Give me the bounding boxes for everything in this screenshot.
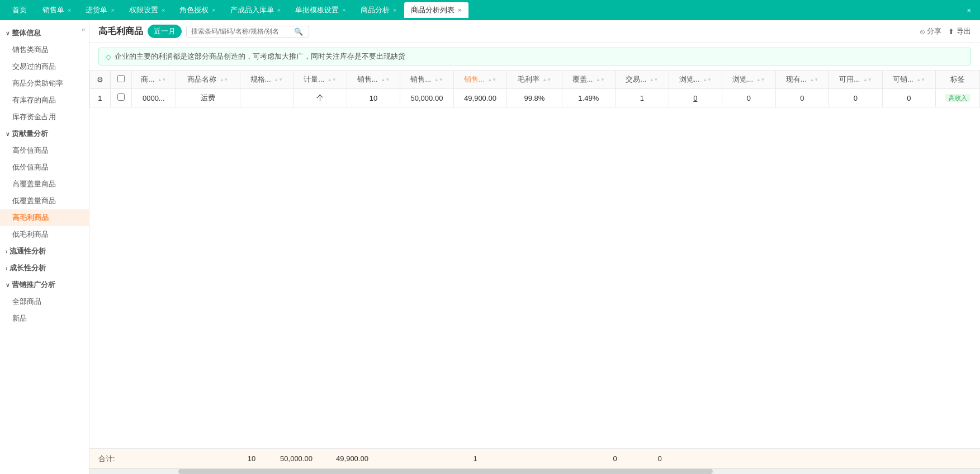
sidebar-collapse-button[interactable]: « [82,25,86,34]
close-icon[interactable]: × [68,7,71,13]
col-transaction[interactable]: 交易... ▲▼ [616,71,669,89]
goods-table: ⚙ 商... ▲▼ 商品名称 ▲▼ [89,70,980,107]
sidebar-item-stock-capital[interactable]: 库存资金占用 [0,109,89,125]
row-sales2: 50,000.00 [400,89,454,107]
sort-icon[interactable]: ▲▼ [381,78,390,82]
row-sales1: 10 [347,89,400,107]
nav-tab-analysis[interactable]: 商品分析 × [354,2,403,18]
sidebar-group-growth[interactable]: › 成长性分析 [0,260,89,276]
footer-sales2: 50,000.00 [268,454,324,463]
sort-icon[interactable]: ▲▼ [487,78,496,82]
col-coverage[interactable]: 覆盖... ▲▼ [562,71,616,89]
sort-icon[interactable]: ▲▼ [650,78,659,82]
nav-tab-product-storage[interactable]: 产成品入库单 × [224,2,287,18]
row-transaction: 1 [616,89,669,107]
sidebar-group-liquidity[interactable]: › 流通性分析 [0,243,89,260]
time-filter-button[interactable]: 近一月 [148,25,182,38]
sidebar-item-stock-goods[interactable]: 有库存的商品 [0,92,89,109]
export-button[interactable]: ⬆ 导出 [948,26,971,36]
row-available: 0 [829,89,883,107]
table-header-row: ⚙ 商... ▲▼ 商品名称 ▲▼ [90,71,980,89]
close-icon[interactable]: × [162,7,165,13]
row-current: 0 [775,89,829,107]
sort-icon[interactable]: ▲▼ [756,78,765,82]
row-checkbox[interactable] [117,93,125,101]
main-layout: « ∨ 整体信息 销售类商品 交易过的商品 商品分类助销率 有库存的商品 库存资… [0,20,980,474]
col-gross-rate[interactable]: 毛利率 ▲▼ [507,71,562,89]
col-sales1[interactable]: 销售... ▲▼ [347,71,400,89]
search-input[interactable] [191,27,292,35]
sort-icon[interactable]: ▲▼ [158,78,167,82]
col-sales2[interactable]: 销售... ▲▼ [400,71,454,89]
close-all-button[interactable]: × [962,5,976,15]
content-area: 高毛利商品 近一月 🔍 ⎋ 分享 ⬆ 导出 ◇ 企业的主 [89,20,980,474]
sidebar-item-traded-goods[interactable]: 交易过的商品 [0,58,89,75]
col-name[interactable]: 商品名称 ▲▼ [176,71,240,89]
search-icon[interactable]: 🔍 [294,27,303,36]
sidebar-item-high-value[interactable]: 高价值商品 [0,142,89,159]
sidebar-item-category-rate[interactable]: 商品分类助销率 [0,75,89,92]
close-icon[interactable]: × [111,7,114,13]
col-current[interactable]: 现有... ▲▼ [775,71,829,89]
nav-tab-sales[interactable]: 销售单 × [36,2,78,18]
footer-label: 合计: [89,454,235,464]
sidebar-group-contribution[interactable]: ∨ 贡献量分析 [0,125,89,142]
col-tag[interactable]: 标签 [936,71,980,89]
nav-tab-roles[interactable]: 角色授权 × [173,2,222,18]
col-settings[interactable]: ⚙ [90,71,111,89]
col-available[interactable]: 可用... ▲▼ [829,71,883,89]
tab-label: 商品分析列表 [411,5,455,15]
sidebar-item-low-coverage[interactable]: 低覆盖量商品 [0,193,89,209]
col-code[interactable]: 商... ▲▼ [131,71,176,89]
sidebar-group-overall[interactable]: ∨ 整体信息 [0,25,89,41]
nav-home[interactable]: 首页 [4,2,35,18]
col-browse2[interactable]: 浏览... ▲▼ [722,71,776,89]
row-checkbox-cell[interactable] [110,89,131,107]
row-sellable: 0 [882,89,936,107]
nav-tab-template[interactable]: 单据模板设置 × [288,2,352,18]
sidebar-item-low-value[interactable]: 低价值商品 [0,159,89,176]
sort-icon[interactable]: ▲▼ [863,78,872,82]
sort-icon[interactable]: ▲▼ [328,78,337,82]
scrollbar-thumb[interactable] [178,469,713,474]
row-browse1[interactable]: 0 [669,89,722,107]
page-title: 高毛利商品 [98,26,143,37]
row-tag: 高收入 [936,89,980,107]
row-unit: 个 [293,89,347,107]
col-unit[interactable]: 计量... ▲▼ [293,71,347,89]
sort-icon[interactable]: ▲▼ [274,78,283,82]
sidebar-item-low-margin[interactable]: 低毛利商品 [0,226,89,243]
sort-icon[interactable]: ▲▼ [542,78,551,82]
close-icon[interactable]: × [458,7,461,13]
sidebar-item-high-margin[interactable]: 高毛利商品 [0,209,89,226]
close-icon[interactable]: × [393,7,396,13]
row-sales3: 49,900.00 [453,89,507,107]
nav-tab-analysis-list[interactable]: 商品分析列表 × [404,2,468,18]
horizontal-scrollbar[interactable] [89,468,980,474]
share-button[interactable]: ⎋ 分享 [920,26,941,36]
nav-tab-permissions[interactable]: 权限设置 × [122,2,172,18]
sort-icon[interactable]: ▲▼ [916,78,925,82]
col-sales3[interactable]: 销售... ▲▼ [453,71,507,89]
sidebar-item-sales-goods[interactable]: 销售类商品 [0,41,89,58]
sort-icon[interactable]: ▲▼ [703,78,712,82]
sidebar-item-new-goods[interactable]: 新品 [0,310,89,327]
sort-icon[interactable]: ▲▼ [434,78,443,82]
close-icon[interactable]: × [212,7,215,13]
sort-icon[interactable]: ▲▼ [220,78,229,82]
sidebar-item-high-coverage[interactable]: 高覆盖量商品 [0,176,89,193]
close-icon[interactable]: × [277,7,281,13]
col-checkbox[interactable] [110,71,131,89]
col-spec[interactable]: 规格... ▲▼ [240,71,293,89]
col-browse1[interactable]: 浏览... ▲▼ [669,71,722,89]
col-sellable[interactable]: 可销... ▲▼ [882,71,936,89]
select-all-checkbox[interactable] [117,75,125,82]
sidebar-group-marketing[interactable]: ∨ 营销推广分析 [0,276,89,293]
table-row: 1 0000... 运费 [90,89,980,107]
sort-icon[interactable]: ▲▼ [809,78,818,82]
row-coverage: 1.49% [562,89,616,107]
sidebar-item-all-goods[interactable]: 全部商品 [0,293,89,310]
sort-icon[interactable]: ▲▼ [596,78,605,82]
nav-tab-purchase[interactable]: 进货单 × [79,2,121,18]
close-icon[interactable]: × [342,7,345,13]
